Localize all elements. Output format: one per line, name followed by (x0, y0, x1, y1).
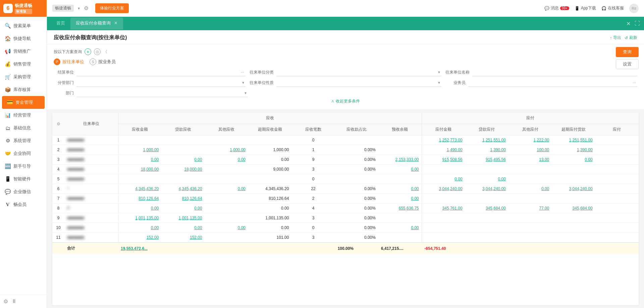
cell-partner: ■■■■■■■ (64, 213, 118, 223)
notifications-label: 消息 (551, 5, 559, 11)
sidebar-item-wechat[interactable]: 💬 企业微信 (0, 185, 47, 198)
sidebar-item-label: 畅会员 (13, 202, 26, 208)
hardware-icon: 📱 (5, 176, 11, 182)
filter-option-partner[interactable]: P 按往来单位 (54, 58, 84, 65)
branch-dept-select[interactable]: ▾ (76, 79, 246, 87)
filter-collapse-button[interactable]: 《 (103, 49, 107, 55)
sidebar-item-guide[interactable]: 🆕 新手引导 (0, 160, 47, 173)
cell-partner: ■■■■■■■ (64, 155, 118, 165)
sidebar-item-sales[interactable]: 💰 销售管理 (0, 58, 47, 71)
footer-pay-overdue (552, 243, 595, 254)
footer-pay-extra (595, 243, 639, 254)
table-row: 9■■■■■■■1,001,135.001,001,135.001,001,13… (52, 213, 639, 223)
download-icon: 📱 (575, 6, 580, 11)
sidebar-item-vip[interactable]: V 畅会员 (0, 198, 47, 211)
settlement-input[interactable]: ··· (76, 69, 246, 76)
cell-no: 8 (52, 204, 64, 213)
settings-button[interactable]: 设置 (616, 59, 639, 69)
sidebar-item-quicknav[interactable]: 🏠 快捷导航 (0, 32, 47, 45)
sidebar-item-inventory[interactable]: 📦 库存核算 (0, 83, 47, 96)
collapse-bar[interactable]: ∧ 收起更多条件 (54, 97, 637, 105)
filter-option-salesman[interactable]: S 按业务员 (90, 58, 116, 65)
query-button[interactable]: 查询 (616, 47, 639, 57)
filter-add-button[interactable]: + (85, 48, 91, 55)
refresh-icon: ↺ (625, 36, 628, 40)
settings-gear-icon[interactable]: ⚙ (84, 5, 89, 11)
salesman-input[interactable]: ··· (468, 79, 637, 87)
refresh-label: 刷新 (629, 35, 637, 41)
user-avatar[interactable]: Rit (629, 4, 639, 13)
sidebar-item-search[interactable]: 🔍 搜索菜单 (0, 19, 47, 32)
breadcrumb: 畅捷通畅 (52, 5, 74, 12)
th-rec-loan: 贷款应收 (161, 124, 205, 135)
cell-no: 7 (52, 194, 64, 204)
sidebar-item-marketing[interactable]: 📢 营销推广 (0, 45, 47, 58)
breadcrumb-arrow[interactable]: ▾ (78, 6, 80, 11)
dept-label: 部门 (54, 90, 74, 96)
partner-category-select[interactable]: ▾ (276, 69, 441, 76)
wechat-icon: 💬 (5, 189, 11, 195)
sidebar-item-basic[interactable]: 🗂 基础信息 (0, 122, 47, 134)
table-settings-icon[interactable]: ⚙ (57, 122, 60, 126)
sidebar-item-purchase[interactable]: 🛒 采购管理 (0, 71, 47, 83)
sidebar-item-label: 库存核算 (13, 87, 31, 93)
bottom-collapse-icon[interactable]: ⏸ (11, 298, 17, 305)
table-footer-row: 合计 19,553,472,6... 100.00% 6,417,215....… (52, 243, 639, 254)
finance-icon: 💳 (7, 99, 13, 105)
tab-query[interactable]: 应收应付余额查询 ✕ (70, 17, 123, 30)
table-row: 6^4,345,436.204,345,436.200.004,345,436.… (52, 184, 639, 194)
filter-rows: 结算单位 ··· 往来单位分类 ▾ 往来单位名称 (54, 69, 637, 97)
cell-no: 3 (52, 155, 64, 165)
cell-partner: ■■■■■■■ (64, 135, 118, 145)
sales-icon: 💰 (5, 61, 11, 67)
tab-close-icon[interactable]: ✕ (114, 20, 118, 26)
refresh-button[interactable]: ↺ 刷新 (625, 35, 637, 41)
notifications-badge: 99+ (560, 6, 569, 10)
partner-category-arrow: ▾ (438, 70, 440, 75)
salesman-option-icon: S (90, 58, 96, 65)
sidebar-item-collab[interactable]: 🤝 企业协同 (0, 147, 47, 160)
sidebar-item-system[interactable]: ⚙ 系统管理 (0, 134, 47, 147)
footer-rec-amount[interactable]: 19,553,472,6... (118, 243, 161, 254)
dept-arrow: ▾ (245, 91, 247, 95)
th-pay-overdue: 超期应付货款 (552, 124, 595, 135)
customer-service-item[interactable]: 🎧 在线客服 (601, 5, 624, 11)
expand-icon[interactable]: ⛶ (635, 20, 640, 27)
footer-label: 合计 (64, 243, 118, 254)
filter-field-partner-nature: 往来单位性质 ▾ (250, 79, 441, 87)
footer-rec-ratio: 100.00% (335, 243, 378, 254)
sidebar-item-label: 新手引导 (13, 163, 31, 169)
cta-button[interactable]: 体验行业方案 (95, 3, 129, 13)
system-icon: ⚙ (5, 138, 11, 144)
app-download-item[interactable]: 📱 App下载 (575, 5, 596, 11)
sidebar-item-hardware[interactable]: 📱 智能硬件 (0, 173, 47, 185)
sidebar-item-operations[interactable]: 📊 经营管理 (0, 109, 47, 122)
th-rec-prepay: 预收余额 (378, 124, 422, 135)
table-row: 5■■■■■■■00.000.00 (52, 174, 639, 184)
page-header: 应收应付余额查询(按往来单位) ↑ 导出 ↺ 刷新 (47, 30, 644, 44)
dept-select[interactable]: ▾ (76, 89, 248, 97)
partner-nature-select[interactable]: ▾ (276, 79, 441, 87)
filter-field-settlement: 结算单位 ··· (54, 69, 246, 76)
th-payable-group: 应付 (422, 113, 639, 124)
filter-field-salesman: 业务员 ··· (445, 79, 637, 87)
cell-partner: ■■■■■■■ (64, 194, 118, 204)
cell-no: 4 (52, 165, 64, 174)
th-rec-amount: 应收金额 (118, 124, 161, 135)
table-row: 3■■■■■■■0.000.000.000.0090.00%2,153,333.… (52, 155, 639, 165)
bottom-settings-icon[interactable]: ⚙ (3, 298, 8, 305)
purchase-icon: 🛒 (5, 74, 11, 80)
partner-name-input[interactable] (472, 69, 637, 76)
branch-dept-label: 分管部门 (54, 80, 74, 86)
footer-pay-other (508, 243, 552, 254)
sidebar-item-finance[interactable]: 💳 资金管理 (2, 96, 45, 109)
app-edition: 标准版 (15, 9, 32, 14)
tab-home[interactable]: 首页 (51, 17, 70, 30)
sidebar-item-label: 经营管理 (13, 112, 31, 118)
th-receivable-group: 应收 (118, 113, 422, 124)
notifications-item[interactable]: 💬 消息 99+ (544, 5, 569, 11)
table-row: 2■■■■■■■1,000.001,000.001,000.0010.00%1,… (52, 145, 639, 155)
close-window-icon[interactable]: ✕ (626, 20, 631, 27)
export-button[interactable]: ↑ 导出 (610, 35, 621, 41)
filter-target-button[interactable]: ◎ (94, 48, 101, 55)
